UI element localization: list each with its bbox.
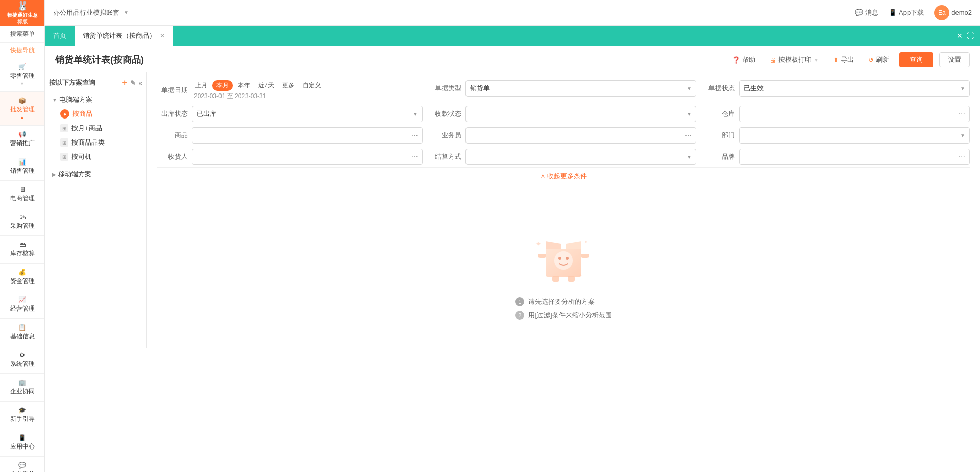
window-controls: ✕ ⛶ xyxy=(950,32,980,40)
tree-item-driver[interactable]: ⊞ 按司机 xyxy=(57,150,142,164)
username: demo2 xyxy=(951,9,972,16)
goods-input[interactable]: ··· xyxy=(192,127,423,144)
date-btn-this-year[interactable]: 本年 xyxy=(235,80,253,91)
settings-button-top[interactable]: 设置 xyxy=(939,52,970,67)
sidebar-item-operations[interactable]: 📈 经营管理 xyxy=(0,291,44,319)
date-btn-last-month[interactable]: 上月 xyxy=(192,80,210,91)
app-version: 标版 xyxy=(17,18,28,26)
sidebar-item-wholesale[interactable]: 📦 批发管理 ▲ xyxy=(0,92,44,126)
doc-type-select[interactable]: 销货单 ▼ xyxy=(465,80,696,97)
app-download-btn[interactable]: 📱 App下载 xyxy=(889,8,924,17)
message-btn[interactable]: 💬 消息 xyxy=(855,8,878,17)
brand-dots[interactable]: ··· xyxy=(959,152,965,161)
doc-type-value: 销货单 xyxy=(470,84,490,93)
sidebar-item-sales[interactable]: 📊 销售管理 xyxy=(0,153,44,181)
chevron-icon-wholesale: ▲ xyxy=(20,115,24,120)
export-label: 导出 xyxy=(841,55,854,64)
filter-dept: 部门 ▼ xyxy=(704,127,970,144)
salesperson-input[interactable]: ··· xyxy=(465,127,696,144)
page-inner: 销货单统计表(按商品) ❓ 帮助 🖨 按模板打印 ▼ ⬆ 导出 xyxy=(45,46,980,472)
tab-home-label: 首页 xyxy=(53,31,66,40)
receiver-dots[interactable]: ··· xyxy=(411,152,418,161)
tab-home[interactable]: 首页 xyxy=(45,26,75,46)
date-btn-this-month[interactable]: 本月 xyxy=(212,80,233,91)
logo-icon: 🐰 xyxy=(17,0,28,11)
sidebar-item-system[interactable]: ⚙ 系统管理 xyxy=(0,346,44,374)
sidebar-item-marketing[interactable]: 📢 营销推广 xyxy=(0,126,44,153)
export-btn[interactable]: ⬆ 导出 xyxy=(829,53,858,66)
tree-desktop[interactable]: ▼ 电脑端方案 xyxy=(49,92,142,107)
collapse-bar[interactable]: ∧ 收起更多条件 xyxy=(157,167,970,185)
export-icon: ⬆ xyxy=(833,56,839,64)
page-title: 销货单统计表(按商品) xyxy=(55,54,144,66)
doc-status-value: 已生效 xyxy=(744,84,764,93)
sidebar-item-retail[interactable]: 🛒 零售管理 ▼ xyxy=(0,58,44,92)
date-btn-7days[interactable]: 近7天 xyxy=(255,80,277,91)
doc-status-select[interactable]: 已生效 ▼ xyxy=(739,80,970,97)
salesperson-dots[interactable]: ··· xyxy=(685,131,692,140)
page-content: 销货单统计表(按商品) ❓ 帮助 🖨 按模板打印 ▼ ⬆ 导出 xyxy=(45,46,980,472)
brand-input[interactable]: ··· xyxy=(739,149,970,165)
filter-date: 单据日期 上月 本月 本年 近7天 更多 自定义 20 xyxy=(157,80,423,101)
sidebar-item-inventory[interactable]: 🗃 库存核算 xyxy=(0,236,44,264)
warehouse-input[interactable]: ··· xyxy=(739,106,970,122)
filter-salesperson: 业务员 ··· xyxy=(431,127,696,144)
tree-item-month-goods[interactable]: ⊞ 按月+商品 xyxy=(57,121,142,135)
sidebar-label-marketing: 营销推广 xyxy=(10,139,35,148)
goods-dots[interactable]: ··· xyxy=(411,131,418,140)
sidebar-item-wechat[interactable]: 💬 企业微信 xyxy=(0,457,44,472)
out-status-select[interactable]: 已出库 ▼ xyxy=(192,106,423,122)
collapse-panel-btn[interactable]: « xyxy=(139,79,142,87)
minimize-icon[interactable]: ✕ xyxy=(957,32,963,40)
dept-select[interactable]: ▼ xyxy=(739,127,970,144)
collapse-label: ∧ 收起更多条件 xyxy=(540,172,587,180)
settlement-select[interactable]: ▼ xyxy=(465,149,696,165)
edit-scheme-btn[interactable]: ✎ xyxy=(130,79,136,87)
sidebar-label-ecommerce: 电商管理 xyxy=(10,194,35,203)
date-btn-more[interactable]: 更多 xyxy=(279,80,298,91)
left-panel-actions: + ✎ « xyxy=(122,78,142,87)
sidebar-search[interactable]: 搜索菜单 xyxy=(0,26,44,43)
sidebar-quick-nav[interactable]: 快捷导航 xyxy=(0,43,44,58)
warehouse-dots[interactable]: ··· xyxy=(959,109,965,119)
date-btn-custom[interactable]: 自定义 xyxy=(300,80,324,91)
collection-select[interactable]: ▼ xyxy=(465,106,696,122)
goods-label: 商品 xyxy=(157,131,188,140)
user-menu[interactable]: Ea demo2 xyxy=(934,5,972,20)
sidebar-item-appcenter[interactable]: 📱 应用中心 xyxy=(0,429,44,457)
sidebar-item-finance[interactable]: 💰 资金管理 xyxy=(0,264,44,291)
message-label: 消息 xyxy=(865,8,878,17)
refresh-btn[interactable]: ↺ 刷新 xyxy=(864,53,893,66)
doc-type-label: 单据类型 xyxy=(431,84,461,93)
tree-item-by-goods[interactable]: ● 按商品 xyxy=(57,107,142,121)
app-name: 畅捷通好生意 xyxy=(7,12,38,18)
maximize-icon[interactable]: ⛶ xyxy=(967,32,974,40)
print-btn[interactable]: 🖨 按模板打印 ▼ xyxy=(766,53,823,66)
tab-report-close[interactable]: ✕ xyxy=(160,32,165,39)
filter-goods: 商品 ··· xyxy=(157,127,423,144)
sidebar-item-newbie[interactable]: 🎓 新手引导 xyxy=(0,402,44,429)
tree-item-category[interactable]: ⊞ 按商品品类 xyxy=(57,135,142,150)
tree-desktop-label: 电脑端方案 xyxy=(59,95,92,104)
query-button-top[interactable]: 查询 xyxy=(899,52,933,67)
help-btn[interactable]: ❓ 帮助 xyxy=(728,53,760,66)
industry-dropdown-icon[interactable]: ▼ xyxy=(124,10,129,15)
doc-type-arrow: ▼ xyxy=(687,86,692,91)
app-logo[interactable]: 🐰 畅捷通好生意 标版 xyxy=(0,0,44,26)
warehouse-control: ··· xyxy=(739,106,970,122)
sidebar-label-newbie: 新手引导 xyxy=(10,415,35,423)
sidebar-item-basic[interactable]: 📋 基础信息 xyxy=(0,319,44,346)
sidebar-item-enterprise[interactable]: 🏢 企业协同 xyxy=(0,374,44,402)
sidebar-item-purchase[interactable]: 🛍 采购管理 xyxy=(0,208,44,236)
filter-out-status: 出库状态 已出库 ▼ xyxy=(157,106,423,122)
out-status-label: 出库状态 xyxy=(157,109,188,119)
sidebar-label-appcenter: 应用中心 xyxy=(10,442,35,451)
receiver-input[interactable]: ··· xyxy=(192,149,423,165)
empty-illustration: ✦ ✦ ✦ xyxy=(533,226,594,287)
tree-mobile[interactable]: ▶ 移动端方案 xyxy=(49,167,142,181)
add-scheme-btn[interactable]: + xyxy=(122,78,127,87)
message-icon: 💬 xyxy=(855,9,863,16)
tab-report[interactable]: 销货单统计表（按商品） ✕ xyxy=(75,26,173,46)
sidebar-item-ecommerce[interactable]: 🖥 电商管理 xyxy=(0,181,44,208)
tree-arrow-desktop: ▼ xyxy=(52,97,57,103)
